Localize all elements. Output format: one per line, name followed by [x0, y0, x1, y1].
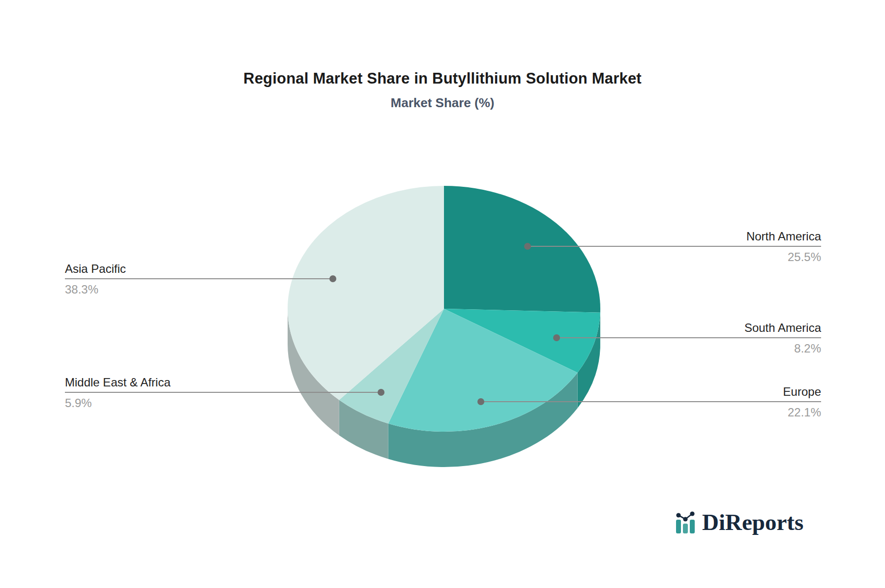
logo-text: DiReports — [702, 509, 803, 535]
pie-slice-north-america[interactable] — [444, 186, 600, 313]
leader-dot-north-america — [524, 243, 531, 250]
leader-dot-south-america — [553, 334, 560, 341]
direports-logo: DiReports — [675, 509, 803, 535]
report-page: Regional Market Share in Butyllithium So… — [0, 0, 885, 588]
bar-chart-icon — [675, 509, 700, 535]
leader-dot-middle-east-africa — [378, 389, 384, 396]
leader-dot-europe — [477, 398, 484, 405]
pie-chart — [0, 0, 885, 588]
leader-dot-asia-pacific — [329, 275, 336, 282]
